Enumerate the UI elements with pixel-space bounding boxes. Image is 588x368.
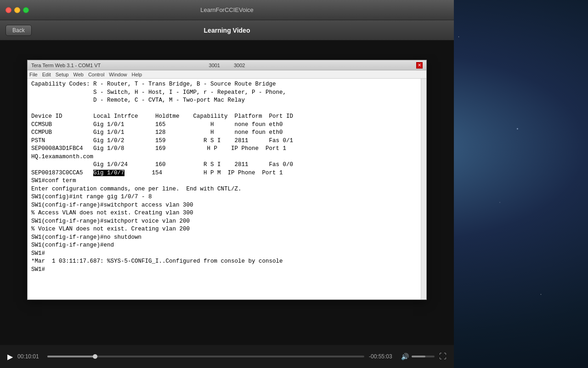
menu-web[interactable]: Web [73,72,83,77]
terminal-number-2: 3002 [234,63,245,68]
terminal-line-3: D - Remote, C - CVTA, M - Two-port Mac R… [31,97,245,104]
time-current: 00:10:01 [17,353,43,360]
terminal-line-16: SW1(config-if-range)#switchport access v… [31,202,193,208]
terminal-line-9: SEP0008A3D1FBC4 Gig 1/0/8 169 H P IP Pho… [31,145,286,152]
volume-icon[interactable]: 🔊 [401,353,409,360]
terminal-line-7: CCMPUB Gig 1/0/1 128 H none foun eth0 [31,129,283,136]
player-bar: ▶ 00:10:01 -00:55:03 🔊 ⛶ [0,345,454,368]
terminal-body[interactable]: Capability Codes: R - Router, T - Trans … [28,79,421,299]
progress-knob[interactable] [93,354,97,359]
time-remaining: -00:55:03 [369,353,396,360]
terminal-close-icon[interactable]: ✕ [416,62,423,69]
terminal-line-14: Enter configuration commands, one per li… [31,186,242,192]
progress-fill [47,356,95,357]
terminal-line-6: CCMSUB Gig 1/0/1 165 H none foun eth0 [31,121,283,128]
terminal-line-22: SW1# [31,250,45,257]
terminal-titlebar: Tera Term Web 3.1 - COM1 VT 3001 3002 ✕ [28,60,426,70]
window-title: LearnForCCIEVoice [200,6,254,13]
terminal-container: Capability Codes: R - Router, T - Trans … [28,79,426,299]
play-button[interactable]: ▶ [7,352,13,361]
desktop: LearnForCCIEVoice Back Learning Video Te… [0,0,588,368]
terminal-line-11: Gig 1/0/24 160 R S I 2811 Fas 0/0 [31,161,293,168]
maximize-button[interactable] [23,7,29,13]
terminal-line-10: HQ.1examamonth.com [31,154,93,160]
terminal-line-18: SW1(config-if-range)#switchport voice vl… [31,218,190,224]
terminal-main: Capability Codes: R - Router, T - Trans … [28,79,421,299]
terminal-line-13: SW1#conf term [31,178,76,184]
black-separator [0,40,454,54]
terminal-window-title: Tera Term Web 3.1 - COM1 VT [31,63,101,68]
menu-setup[interactable]: Setup [56,72,69,77]
fullscreen-button[interactable]: ⛶ [439,352,447,361]
terminal-line-23: *Mar 1 03:11:17.687: %SYS-5-CONFIG_I..Co… [31,258,283,264]
terminal-line-17: % Access VLAN does not exist. Creating v… [31,210,193,216]
toolbar-title: Learning Video [204,27,250,34]
terminal-highlight: Gig 1/0/7 [93,170,124,176]
terminal-line-5: Device ID Local Intrfce Holdtme Capabili… [31,113,293,120]
minimize-button[interactable] [14,7,20,13]
terminal-line-12-prefix: SEP001873C0CCA5 [31,170,93,176]
menu-file[interactable]: File [29,72,38,77]
terminal-line-12-suffix: 154 H P M IP Phone Port 1 [124,170,283,176]
volume-fill [412,356,425,357]
terminal-line-2: S - Switch, H - Host, I - IGMP, r - Repe… [31,89,286,96]
terminal-scrollbar[interactable] [421,79,426,299]
traffic-lights [6,7,29,13]
terminal-line-19: % Voice VLAN does not exist. Creating vl… [31,226,190,232]
title-bar: LearnForCCIEVoice [0,0,454,20]
progress-bar[interactable] [47,356,364,357]
content-area: Tera Term Web 3.1 - COM1 VT 3001 3002 ✕ … [0,54,454,345]
terminal-window: Tera Term Web 3.1 - COM1 VT 3001 3002 ✕ … [27,60,427,300]
terminal-number-1: 3001 [209,63,220,68]
terminal-line-21: SW1(config-if-range)#end [31,242,114,248]
toolbar: Back Learning Video [0,20,454,40]
terminal-line-20: SW1(config-if-range)#no shutdown [31,234,141,241]
app-window: LearnForCCIEVoice Back Learning Video Te… [0,0,454,368]
volume-bar[interactable] [412,356,435,357]
terminal-numbers: 3001 3002 [209,63,245,68]
menu-window[interactable]: Window [109,72,127,77]
back-button[interactable]: Back [6,25,32,36]
terminal-line-8: PSTN Gig 1/0/2 159 R S I 2811 Fas 0/1 [31,138,293,144]
menu-edit[interactable]: Edit [42,72,51,77]
menu-help[interactable]: Help [131,72,142,77]
terminal-menubar: File Edit Setup Web Control Window Help [28,70,426,79]
terminal-line-1: Capability Codes: R - Router, T - Trans … [31,81,276,87]
menu-control[interactable]: Control [88,72,104,77]
terminal-line-24: SW1# [31,266,45,273]
terminal-line-15: SW1(config)#int range gig 1/0/7 - 8 [31,194,152,200]
volume-section: 🔊 [401,353,435,360]
close-button[interactable] [6,7,11,13]
